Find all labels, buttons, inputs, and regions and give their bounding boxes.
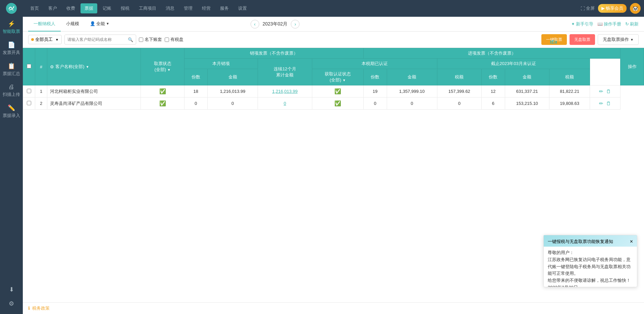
employee-dot: [31, 38, 34, 41]
new-guide-icon: ✦: [571, 21, 575, 26]
table-row: 2 灵寿县尚泽矿产品有限公司 ✅ 0 0 0 ✅ 0 0 0 6 153,215…: [23, 98, 644, 110]
sidebar-bottom: ⬇ ⚙: [0, 282, 23, 314]
notification-header: 一键报税与无盘取票功能恢复通知 ×: [544, 235, 637, 247]
nav-business[interactable]: 工商项目: [135, 3, 160, 13]
row2-actions: ✏ 🗒: [590, 98, 620, 110]
top-navigation: 首页 客户 收费 票据 记账 报税 工商项目 消息 管理 经营 服务 设置 ⛶ …: [23, 0, 644, 17]
notification-title: 一键报税与无盘取票功能恢复通知: [548, 239, 613, 245]
vip-icon: ▶: [601, 6, 605, 11]
row2-cumulative-link[interactable]: 0: [284, 101, 286, 106]
tab-general-taxpayer[interactable]: 一般纳税人: [28, 17, 61, 32]
nav-settings[interactable]: 设置: [234, 3, 251, 13]
row2-sales-count: 0: [184, 98, 207, 110]
header-certified: 本税期已认证: [312, 59, 437, 69]
row1-edit-icon[interactable]: ✏: [599, 88, 603, 94]
row1-cert-amount: 1,357,999.10: [387, 85, 437, 98]
sidebar-item-invoice-summary[interactable]: 📋 票据汇总: [0, 59, 23, 80]
sidebar-item-invoice-open-label: 发票开具: [3, 50, 20, 56]
nav-invoice[interactable]: 票据: [80, 3, 97, 13]
header-sales-amount: 金额: [208, 69, 258, 85]
vip-button[interactable]: ▶ 畅享会员: [598, 4, 627, 13]
name-account-checkbox-label[interactable]: 名下账套: [139, 37, 162, 43]
fullscreen-toggle[interactable]: ⛶ 全屏: [581, 5, 595, 11]
row1-uncert-tax: 81,822.21: [549, 85, 590, 98]
header-cert-count: 份数: [364, 69, 387, 85]
nav-message[interactable]: 消息: [162, 3, 178, 13]
tab-all[interactable]: 👤 全能 ▼: [85, 17, 115, 32]
row2-auth-check-icon: ✅: [334, 101, 341, 106]
footer: ℹ 税务政策: [23, 302, 644, 314]
header-uncert-tax: 税额: [549, 69, 590, 85]
nav-operation[interactable]: 经营: [198, 3, 215, 13]
fetch-status-filter-icon[interactable]: ▼: [167, 68, 171, 72]
smart-fetch-icon: ⚡: [8, 20, 15, 27]
nav-management[interactable]: 管理: [180, 3, 197, 13]
new-guide-button[interactable]: ✦ 新手引导: [571, 21, 593, 27]
no-disk-ops-label: 无盘取票操作: [603, 37, 629, 43]
refresh-label: 刷新: [630, 21, 639, 27]
nav-client[interactable]: 客户: [44, 3, 61, 13]
no-disk-ops-button[interactable]: 无盘取票操作 ▼: [598, 34, 639, 45]
sidebar-item-download[interactable]: ⬇: [0, 282, 23, 297]
name-account-checkbox[interactable]: [139, 38, 143, 42]
row1-checkbox[interactable]: [23, 85, 35, 98]
row2-uncert-tax: 19,808.63: [549, 98, 590, 110]
header-action-col: 操作: [621, 48, 644, 85]
search-input[interactable]: [67, 37, 128, 42]
tax-policy-link[interactable]: 税务政策: [32, 306, 50, 311]
notification-popup: 一键报税与无盘取票功能恢复通知 × 尊敬的用户：江苏政务网已恢复访问电子税务局功…: [543, 235, 637, 287]
has-tax-checkbox-label[interactable]: 有税盘: [165, 37, 183, 43]
employee-select[interactable]: 全部员工 ▼: [28, 35, 62, 44]
row1-uncert-amount: 631,337.21: [505, 85, 549, 98]
date-prev-button[interactable]: ‹: [251, 20, 259, 28]
sidebar-item-data-entry[interactable]: ✏️ 票据录入: [0, 101, 23, 122]
user-avatar[interactable]: 🐼: [630, 3, 641, 14]
nav-tax[interactable]: 报税: [117, 3, 133, 13]
name-account-label: 名下账套: [145, 37, 162, 43]
employee-select-value: 全部员工: [35, 37, 53, 43]
row2-cumulative[interactable]: 0: [258, 98, 312, 110]
data-table: # ⚙ 客户名称(全部) ▼ 取票状态(全部) ▼ 销项发票: [23, 48, 644, 110]
manual-label: 操作手册: [604, 21, 621, 27]
tab-small-scale[interactable]: 小规模: [61, 17, 85, 32]
row2-edit-icon[interactable]: ✏: [599, 101, 603, 106]
select-all-checkbox[interactable]: [27, 64, 31, 68]
sidebar-item-invoice-summary-label: 票据汇总: [3, 71, 20, 77]
vip-label: 畅享会员: [606, 6, 623, 11]
sidebar-item-scan-upload-label: 扫描上传: [3, 91, 20, 98]
tab-all-label: 全能: [96, 21, 105, 27]
row1-cumulative[interactable]: 1,216,013.99: [258, 85, 312, 98]
row2-checkbox[interactable]: [23, 98, 35, 110]
search-box: 🔍: [64, 35, 136, 45]
nav-billing[interactable]: 收费: [62, 3, 79, 13]
tab-small-scale-label: 小规模: [66, 21, 79, 27]
no-disk-fetch-button[interactable]: 无盘取票: [570, 34, 595, 45]
sidebar-item-smart-fetch[interactable]: ⚡ 智能取票: [0, 17, 23, 38]
has-tax-checkbox[interactable]: [165, 38, 169, 42]
nav-service[interactable]: 服务: [216, 3, 233, 13]
header-purchase-group: 进项发票（不含作废票）: [364, 48, 621, 59]
sidebar-item-data-entry-label: 票据录入: [3, 113, 20, 119]
search-icon[interactable]: 🔍: [128, 37, 133, 42]
row1-sales-count: 18: [184, 85, 207, 98]
notification-close-button[interactable]: ×: [630, 239, 633, 245]
company-filter-icon[interactable]: ▼: [86, 65, 89, 69]
row1-detail-icon[interactable]: 🗒: [606, 88, 611, 94]
nav-accounting[interactable]: 记账: [99, 3, 115, 13]
manual-button[interactable]: 📖 操作手册: [597, 21, 621, 27]
nav-home[interactable]: 首页: [26, 3, 43, 13]
row1-fetch-check-icon: ✅: [159, 88, 166, 94]
sidebar-item-smart-fetch-label: 智能取票: [3, 28, 20, 35]
row1-cumulative-link[interactable]: 1,216,013.99: [272, 89, 298, 94]
row1-fetch-status: ✅: [141, 85, 184, 98]
sidebar-item-invoice-open[interactable]: 📄 发票开具: [0, 38, 23, 59]
sidebar-item-settings[interactable]: ⚙: [0, 297, 23, 311]
fullscreen-icon: ⛶: [581, 6, 585, 11]
refresh-button[interactable]: ↻ 刷新: [625, 21, 639, 27]
date-next-button[interactable]: ›: [291, 20, 300, 28]
sidebar-item-scan-upload[interactable]: 🖨 扫描上传: [0, 80, 23, 101]
row2-detail-icon[interactable]: 🗒: [606, 101, 611, 106]
row1-auth-status: ✅: [312, 85, 363, 98]
certified-filter-icon[interactable]: ▼: [342, 78, 346, 82]
person-icon: 👤: [90, 21, 95, 26]
